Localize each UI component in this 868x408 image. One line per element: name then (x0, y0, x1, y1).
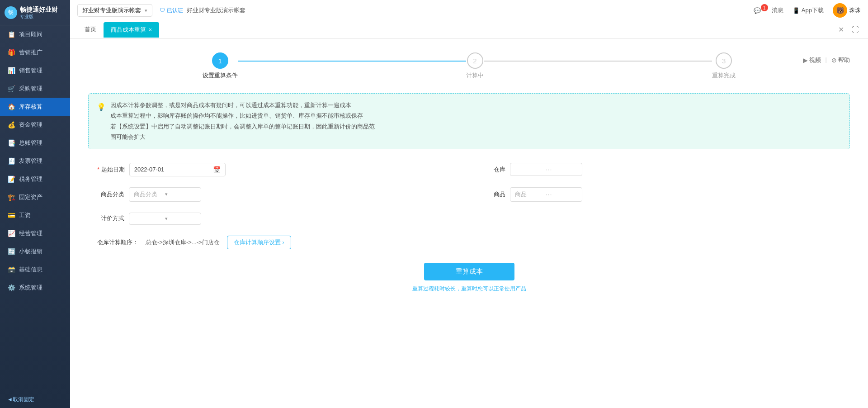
chevron-down-icon: ▾ (145, 8, 147, 14)
asset-icon: 🏗️ (7, 193, 15, 201)
step-line-1 (238, 61, 466, 62)
goods-label: 商品 (478, 190, 505, 199)
purchase-icon: 🛒 (7, 85, 15, 93)
help-icon: ⊘ (831, 57, 837, 64)
sidebar-item-basic[interactable]: 🗃️ 基础信息 (0, 261, 70, 279)
message-button[interactable]: 💬 1 消息 (754, 6, 783, 14)
step-line-2 (484, 61, 712, 62)
tab-home[interactable]: 首页 (77, 22, 104, 38)
step-2: 2 计算中 (466, 52, 484, 80)
warehouse-order-settings-button[interactable]: 仓库计算顺序设置 › (227, 236, 291, 249)
sales-icon: 📊 (7, 66, 15, 75)
warehouse-order-label: 仓库计算顺序： (97, 238, 138, 247)
sidebar-item-label: 经营管理 (19, 229, 42, 237)
start-date-label: 起始日期 (97, 166, 125, 174)
field-goods: 商品 商品 ··· (478, 187, 841, 202)
form-row-3: 计价方式 ▾ (97, 213, 841, 225)
warehouse-order-row: 仓库计算顺序： 总仓->深圳仓库->...->门店仓 仓库计算顺序设置 › (88, 236, 850, 249)
calendar-icon[interactable]: 📅 (213, 166, 221, 173)
goods-placeholder: 商品 (515, 190, 546, 199)
project-icon: 📋 (7, 30, 15, 38)
content-area: 1 设置重算条件 2 计算中 3 重算完成 (70, 39, 868, 408)
pricing-label: 计价方式 (97, 214, 124, 223)
video-label: 视频 (809, 56, 821, 64)
notice-line-4: 围可能会扩大 (110, 132, 841, 142)
sidebar-item-label: 营销推广 (19, 48, 42, 57)
sidebar-item-ledger[interactable]: 📑 总账管理 (0, 134, 70, 152)
recalc-button[interactable]: 重算成本 (424, 263, 514, 280)
sidebar-item-label: 发票管理 (19, 157, 42, 165)
message-badge: 1 (761, 4, 768, 11)
sidebar-item-label: 资金管理 (19, 121, 42, 129)
stepper: 1 设置重算条件 2 计算中 3 重算完成 (203, 52, 736, 80)
sidebar-item-label: 项目顾问 (19, 30, 42, 38)
start-date-input[interactable] (134, 166, 210, 173)
video-link[interactable]: ▶ 视频 (803, 56, 821, 64)
user-profile[interactable]: 🐻 珠珠 (833, 3, 861, 18)
step-3: 3 重算完成 (712, 52, 736, 80)
step-3-circle: 3 (716, 52, 732, 69)
notice-line-2: 成本重算过程中，影响库存账的操作均不能操作，比如进货单、销货单、库存单据不能审核… (110, 110, 841, 121)
step-1-circle: 1 (212, 52, 228, 69)
sidebar-item-system[interactable]: ⚙️ 系统管理 (0, 279, 70, 297)
close-window-button[interactable]: ✕ (835, 24, 846, 35)
category-select[interactable]: 商品分类 ▾ (129, 187, 201, 202)
play-icon: ▶ (803, 57, 808, 64)
pricing-select[interactable]: ▾ (129, 213, 201, 225)
sidebar-item-invoice[interactable]: 🧾 发票管理 (0, 152, 70, 170)
step-1-label: 设置重算条件 (203, 71, 238, 80)
tab-recalc[interactable]: 商品成本重算 × (104, 22, 159, 38)
sidebar-item-label: 税务管理 (19, 175, 42, 183)
sidebar-item-purchase[interactable]: 🛒 采购管理 (0, 80, 70, 98)
field-pricing: 计价方式 ▾ (97, 213, 460, 225)
sidebar-item-operations[interactable]: 📈 经营管理 (0, 224, 70, 242)
help-label: 帮助 (838, 56, 850, 64)
invoice-icon: 🧾 (7, 157, 15, 165)
sidebar-item-label: 总账管理 (19, 139, 42, 147)
account-name: 好业财专业版演示帐套 (82, 6, 141, 14)
recalc-note: 重算过程耗时较长，重算时您可以正常使用产品 (412, 285, 526, 293)
expand-button[interactable]: ⛶ (850, 24, 861, 35)
warehouse-input[interactable]: ··· (510, 163, 582, 176)
finance-icon: 💰 (7, 121, 15, 129)
app-download-button[interactable]: 📱 App下载 (793, 6, 824, 14)
help-link[interactable]: ⊘ 帮助 (831, 56, 850, 64)
sidebar-unpin-button[interactable]: ◄取消固定 (0, 391, 70, 408)
recalc-section: 重算成本 重算过程耗时较长，重算时您可以正常使用产品 (88, 263, 850, 293)
field-start-date: 起始日期 📅 (97, 163, 460, 176)
sidebar-item-label: 基础信息 (19, 266, 42, 274)
warehouse-order-value: 总仓->深圳仓库->...->门店仓 (146, 238, 220, 247)
step-2-circle: 2 (467, 52, 483, 69)
avatar: 🐻 (833, 3, 847, 18)
sidebar-item-salary[interactable]: 💳 工资 (0, 206, 70, 224)
notice-line-3: 若【系统设置】中启用了自动调整记账日期时，会调整入库单的整单记账日期，因此重新计… (110, 121, 841, 132)
goods-input[interactable]: 商品 ··· (510, 187, 582, 202)
start-date-input-wrapper[interactable]: 📅 (129, 163, 226, 176)
form-row-2: 商品分类 商品分类 ▾ 商品 商品 ··· (97, 187, 841, 202)
app-edition: 专业版 (20, 14, 58, 19)
verified-text: 已认证 (167, 7, 183, 14)
basic-icon: 🗃️ (7, 266, 15, 274)
expense-icon: 🔄 (7, 247, 15, 256)
account-dropdown[interactable]: 好业财专业版演示帐套 ▾ (77, 4, 152, 17)
category-placeholder: 商品分类 (134, 190, 165, 199)
more-icon: ··· (546, 166, 577, 173)
sidebar-item-inventory[interactable]: 🏠 库存核算 (0, 98, 70, 116)
sidebar-item-asset[interactable]: 🏗️ 固定资产 (0, 188, 70, 206)
sidebar-item-label: 采购管理 (19, 85, 42, 93)
tab-close-icon[interactable]: × (149, 27, 152, 33)
sidebar-item-sales[interactable]: 📊 销售管理 (0, 62, 70, 80)
user-name: 珠珠 (849, 6, 861, 14)
sidebar-item-label: 固定资产 (19, 193, 42, 201)
app-brand: 畅捷通好业财 (20, 5, 58, 14)
sidebar-item-expense[interactable]: 🔄 小畅报销 (0, 242, 70, 261)
sidebar-item-marketing[interactable]: 🎁 营销推广 (0, 43, 70, 62)
step-3-label: 重算完成 (712, 71, 736, 80)
sidebar-item-tax[interactable]: 📝 税务管理 (0, 170, 70, 188)
sidebar-item-finance[interactable]: 💰 资金管理 (0, 116, 70, 134)
inventory-icon: 🏠 (7, 103, 15, 111)
sidebar-item-project[interactable]: 📋 项目顾问 (0, 25, 70, 43)
app-download-label: App下载 (802, 6, 824, 14)
phone-icon: 📱 (793, 7, 800, 14)
form-section: 起始日期 📅 仓库 ··· 商品分类 (88, 163, 850, 225)
